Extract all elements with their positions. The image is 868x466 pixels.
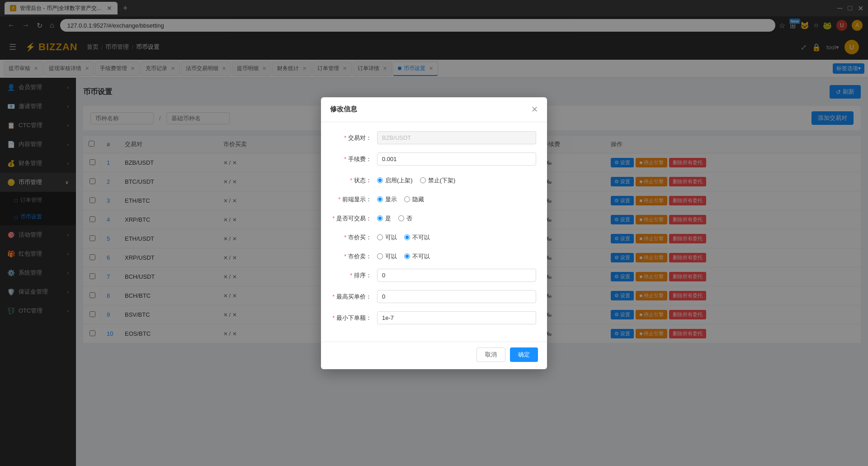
modal-title: 修改信息 bbox=[330, 105, 357, 114]
required-mark: * bbox=[344, 234, 346, 241]
market-buy-radio-group: 可以 不可以 bbox=[377, 231, 430, 242]
cancel-button[interactable]: 取消 bbox=[476, 347, 505, 362]
required-mark: * bbox=[344, 156, 346, 162]
tradeable-label: * 是否可交易： bbox=[332, 212, 377, 223]
fee-label: * 手续费： bbox=[332, 152, 377, 163]
modal-header: 修改信息 ✕ bbox=[321, 97, 547, 122]
frontend-label: * 前端显示： bbox=[332, 193, 377, 204]
frontend-show-radio[interactable] bbox=[377, 196, 383, 202]
frontend-radio-group: 显示 隐藏 bbox=[377, 193, 424, 204]
min-order-input[interactable] bbox=[377, 311, 536, 324]
status-label: * 状态： bbox=[332, 174, 377, 185]
required-mark: * bbox=[332, 293, 335, 300]
market-buy-no-label: 不可以 bbox=[412, 233, 430, 242]
pair-label: * 交易对： bbox=[332, 131, 377, 142]
tradeable-yes-radio[interactable] bbox=[377, 215, 383, 221]
status-enable-label: 启用(上架) bbox=[385, 176, 413, 185]
edit-modal: 修改信息 ✕ * 交易对： * 手续费： bbox=[321, 97, 547, 369]
form-row-max-buy: * 最高买单价： bbox=[332, 290, 536, 303]
max-buy-input[interactable] bbox=[377, 290, 536, 303]
required-mark: * bbox=[344, 134, 346, 141]
market-sell-radio-group: 可以 不可以 bbox=[377, 250, 430, 261]
required-mark: * bbox=[332, 215, 335, 222]
status-enable-option[interactable]: 启用(上架) bbox=[377, 176, 413, 185]
tradeable-no-radio[interactable] bbox=[398, 215, 404, 221]
frontend-show-label: 显示 bbox=[385, 195, 397, 204]
required-mark: * bbox=[344, 253, 346, 260]
market-sell-yes-label: 可以 bbox=[385, 252, 397, 261]
market-sell-no-label: 不可以 bbox=[412, 252, 430, 261]
tradeable-radio-group: 是 否 bbox=[377, 212, 412, 223]
market-sell-label: * 市价卖： bbox=[332, 250, 377, 261]
status-disable-option[interactable]: 禁止(下架) bbox=[420, 176, 456, 185]
min-order-label: * 最小下单额： bbox=[332, 311, 377, 322]
form-row-frontend: * 前端显示： 显示 隐藏 bbox=[332, 193, 536, 204]
modal-close-button[interactable]: ✕ bbox=[531, 105, 538, 114]
status-radio-group: 启用(上架) 禁止(下架) bbox=[377, 174, 455, 185]
market-buy-yes-radio[interactable] bbox=[377, 234, 383, 240]
market-sell-no-option[interactable]: 不可以 bbox=[404, 252, 430, 261]
form-row-status: * 状态： 启用(上架) 禁止(下架) bbox=[332, 174, 536, 185]
market-sell-yes-option[interactable]: 可以 bbox=[377, 252, 397, 261]
frontend-show-option[interactable]: 显示 bbox=[377, 195, 397, 204]
tradeable-no-label: 否 bbox=[406, 214, 412, 223]
market-buy-yes-option[interactable]: 可以 bbox=[377, 233, 397, 242]
status-disable-radio[interactable] bbox=[420, 177, 426, 183]
form-row-sort: * 排序： bbox=[332, 269, 536, 282]
form-row-fee: * 手续费： bbox=[332, 152, 536, 166]
frontend-hide-label: 隐藏 bbox=[412, 195, 424, 204]
modal-overlay[interactable]: 修改信息 ✕ * 交易对： * 手续费： bbox=[0, 0, 868, 466]
required-mark: * bbox=[350, 272, 352, 279]
frontend-hide-option[interactable]: 隐藏 bbox=[404, 195, 424, 204]
market-sell-yes-radio[interactable] bbox=[377, 253, 383, 259]
form-row-pair: * 交易对： bbox=[332, 131, 536, 144]
tradeable-yes-option[interactable]: 是 bbox=[377, 214, 391, 223]
form-row-tradeable: * 是否可交易： 是 否 bbox=[332, 212, 536, 223]
confirm-button[interactable]: 确定 bbox=[510, 347, 538, 362]
frontend-hide-radio[interactable] bbox=[404, 196, 410, 202]
market-buy-yes-label: 可以 bbox=[385, 233, 397, 242]
status-enable-radio[interactable] bbox=[377, 177, 383, 183]
market-sell-no-radio[interactable] bbox=[404, 253, 410, 259]
form-row-market-buy: * 市价买： 可以 不可以 bbox=[332, 231, 536, 242]
modal-footer: 取消 确定 bbox=[321, 342, 547, 369]
required-mark: * bbox=[338, 196, 340, 203]
max-buy-label: * 最高买单价： bbox=[332, 290, 377, 301]
status-disable-label: 禁止(下架) bbox=[428, 176, 456, 185]
required-mark: * bbox=[350, 177, 352, 184]
market-buy-no-option[interactable]: 不可以 bbox=[404, 233, 430, 242]
form-row-market-sell: * 市价卖： 可以 不可以 bbox=[332, 250, 536, 261]
fee-input[interactable] bbox=[377, 152, 536, 166]
form-row-min-order: * 最小下单额： bbox=[332, 311, 536, 324]
modal-body: * 交易对： * 手续费： * 状态： bbox=[321, 122, 547, 342]
pair-input[interactable] bbox=[377, 131, 536, 144]
sort-label: * 排序： bbox=[332, 269, 377, 280]
market-buy-no-radio[interactable] bbox=[404, 234, 410, 240]
required-mark: * bbox=[332, 314, 335, 321]
tradeable-yes-label: 是 bbox=[385, 214, 391, 223]
tradeable-no-option[interactable]: 否 bbox=[398, 214, 412, 223]
sort-input[interactable] bbox=[377, 269, 536, 282]
market-buy-label: * 市价买： bbox=[332, 231, 377, 242]
